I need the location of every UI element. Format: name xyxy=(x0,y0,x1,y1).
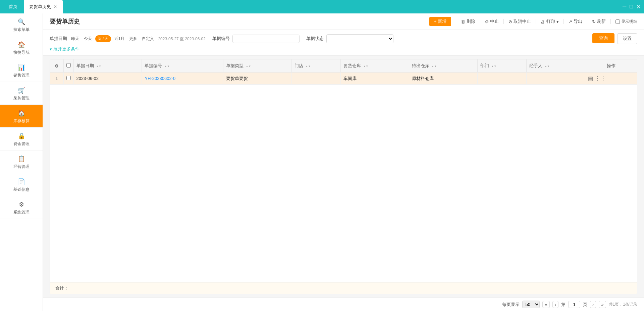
sort-department-icon: ▲▼ xyxy=(491,65,496,68)
sidebar-item-purchase[interactable]: 🛒 采购管理 xyxy=(0,82,43,105)
first-page-button[interactable]: « xyxy=(542,301,549,308)
select-all-checkbox[interactable] xyxy=(66,63,71,68)
sidebar-item-sales[interactable]: 📊 销售管理 xyxy=(0,59,43,82)
prev-page-button[interactable]: ‹ xyxy=(552,301,558,308)
row-number-link[interactable]: YH-20230602-0 xyxy=(145,76,175,81)
refresh-button[interactable]: ↻ 刷新 xyxy=(592,18,606,25)
sidebar-item-basic-info[interactable]: 📄 基础信息 xyxy=(0,173,43,196)
sum-label: 合计： xyxy=(55,285,68,291)
view-icon[interactable]: ▤ xyxy=(588,75,593,82)
th-checkbox xyxy=(63,59,73,73)
last-page-button[interactable]: » xyxy=(599,301,606,308)
print-icon: 🖨 xyxy=(541,19,545,24)
delete-button[interactable]: 🗑 删除 xyxy=(461,18,475,25)
sidebar-item-finance[interactable]: 🔒 资金管理 xyxy=(0,128,43,150)
sort-type-icon: ▲▼ xyxy=(246,65,251,68)
print-button[interactable]: 🖨 打印 ▾ xyxy=(541,18,559,25)
restore-icon[interactable]: □ xyxy=(630,4,633,10)
next-page-button[interactable]: › xyxy=(590,301,596,308)
table-sum-row: 合计： xyxy=(50,282,637,294)
expand-icon: ▾ xyxy=(50,47,52,52)
more-icon[interactable]: ⋮⋮ xyxy=(595,75,606,82)
date-btn-7days[interactable]: 近7天 xyxy=(95,35,111,42)
divider-6 xyxy=(587,19,587,24)
sidebar-item-shortcuts[interactable]: 🏠 快捷导航 xyxy=(0,36,43,59)
sidebar-item-inventory[interactable]: 🏠 库存核算 xyxy=(0,105,43,128)
date-btn-today[interactable]: 今天 xyxy=(83,35,93,42)
date-btn-custom[interactable]: 自定义 xyxy=(141,35,155,42)
delete-icon: 🗑 xyxy=(461,19,465,24)
page-header: 要货单历史 + 新增 🗑 删除 ⊘ 中止 ⊘ 取消中止 xyxy=(43,13,644,30)
display-detail-checkbox[interactable] xyxy=(615,19,620,24)
export-icon: ↗ xyxy=(569,19,572,24)
add-button[interactable]: + 新增 xyxy=(429,17,451,26)
filter-row-main: 单据日期 昨天 今天 近7天 近1月 更多 自定义 2023-05-27 至 2… xyxy=(50,33,637,44)
lock-icon: 🔒 xyxy=(18,132,25,140)
sidebar-item-system[interactable]: ⚙ 系统管理 xyxy=(0,196,43,219)
th-req-warehouse[interactable]: 要货仓库 ▲▼ xyxy=(340,59,409,73)
docno-filter-input[interactable] xyxy=(232,35,300,43)
th-type[interactable]: 单据类型 ▲▼ xyxy=(223,59,291,73)
per-page-label: 每页显示 xyxy=(502,302,520,308)
sidebar-item-operations[interactable]: 📋 经营管理 xyxy=(0,150,43,173)
top-bar: 首页 要货单历史 ✕ ─ □ ✕ xyxy=(0,0,644,13)
divider-1 xyxy=(456,19,456,24)
sidebar-item-search[interactable]: 🔍 搜索菜单 xyxy=(0,13,43,36)
data-table: ⚙ 单据日期 ▲▼ 单据编号 ▲▼ xyxy=(50,59,637,85)
operations-icon: 📋 xyxy=(18,155,25,163)
sort-number-icon: ▲▼ xyxy=(164,65,170,68)
th-store[interactable]: 门店 ▲▼ xyxy=(291,59,340,73)
sort-req-warehouse-icon: ▲▼ xyxy=(363,65,368,68)
tab-home[interactable]: 首页 xyxy=(3,0,23,13)
page-input[interactable] xyxy=(568,301,580,308)
search-icon: 🔍 xyxy=(18,18,25,26)
export-button[interactable]: ↗ 导出 xyxy=(569,18,582,25)
per-page-select[interactable]: 50 20 100 xyxy=(522,301,540,308)
minimize-icon[interactable]: ─ xyxy=(623,4,626,10)
expand-filter-btn[interactable]: ▾ 展开更多条件 xyxy=(50,46,637,52)
doc-icon: 📄 xyxy=(18,178,25,185)
pagination: 每页显示 50 20 100 « ‹ 第 页 › » 共1页，1条记录 xyxy=(43,298,644,311)
th-date[interactable]: 单据日期 ▲▼ xyxy=(73,59,142,73)
row-actions: ▤ ⋮⋮ xyxy=(585,73,637,85)
row-op-icons: ▤ ⋮⋮ xyxy=(588,75,635,82)
date-btn-yesterday[interactable]: 昨天 xyxy=(70,35,80,42)
row-req-warehouse: 车间库 xyxy=(340,73,409,85)
table-settings-icon[interactable]: ⚙ xyxy=(55,63,59,69)
filter-docno-item: 单据编号 xyxy=(212,35,300,43)
query-button[interactable]: 查询 xyxy=(592,33,614,43)
th-handler[interactable]: 经手人 ▲▼ xyxy=(526,59,585,73)
top-bar-controls: ─ □ ✕ xyxy=(623,4,641,10)
status-filter-select[interactable] xyxy=(326,34,393,43)
display-detail-toggle[interactable]: 显示明细 xyxy=(615,19,637,25)
settings-button[interactable]: 设置 xyxy=(617,33,637,44)
th-pending-warehouse[interactable]: 待出仓库 ▲▼ xyxy=(409,59,477,73)
th-settings[interactable]: ⚙ xyxy=(50,59,63,73)
cancel-stop-button[interactable]: ⊘ 取消中止 xyxy=(508,18,531,25)
close-window-icon[interactable]: ✕ xyxy=(636,4,641,10)
gear-icon: ⚙ xyxy=(19,201,24,208)
tab-purchase-history[interactable]: 要货单历史 ✕ xyxy=(24,0,63,13)
row-index: 1 xyxy=(50,73,63,85)
row-number: YH-20230602-0 xyxy=(142,73,223,85)
divider-3 xyxy=(503,19,504,24)
stop-button[interactable]: ⊘ 中止 xyxy=(485,18,499,25)
main-layout: 🔍 搜索菜单 🏠 快捷导航 📊 销售管理 🛒 采购管理 🏠 库存核算 🔒 资金管… xyxy=(0,13,644,311)
inventory-icon: 🏠 xyxy=(18,109,25,117)
date-btn-1month[interactable]: 近1月 xyxy=(113,35,126,42)
row-date: 2023-06-02 xyxy=(73,73,142,85)
th-department[interactable]: 部门 ▲▼ xyxy=(477,59,526,73)
divider-7 xyxy=(610,19,611,24)
header-actions: + 新增 🗑 删除 ⊘ 中止 ⊘ 取消中止 🖨 xyxy=(429,17,637,26)
row-pending-warehouse: 原材料仓库 xyxy=(409,73,477,85)
sort-handler-icon: ▲▼ xyxy=(544,65,550,68)
table-row: 1 2023-06-02 YH-20230602-0 要货单要货 车间库 xyxy=(50,73,637,85)
row-checkbox[interactable] xyxy=(66,76,71,80)
cancel-stop-icon: ⊘ xyxy=(508,19,512,24)
home-icon: 🏠 xyxy=(18,41,25,48)
th-actions: 操作 xyxy=(585,59,637,73)
date-btn-more[interactable]: 更多 xyxy=(128,35,139,42)
sort-store-icon: ▲▼ xyxy=(305,65,311,68)
th-number[interactable]: 单据编号 ▲▼ xyxy=(142,59,223,73)
close-tab-icon[interactable]: ✕ xyxy=(54,4,57,9)
